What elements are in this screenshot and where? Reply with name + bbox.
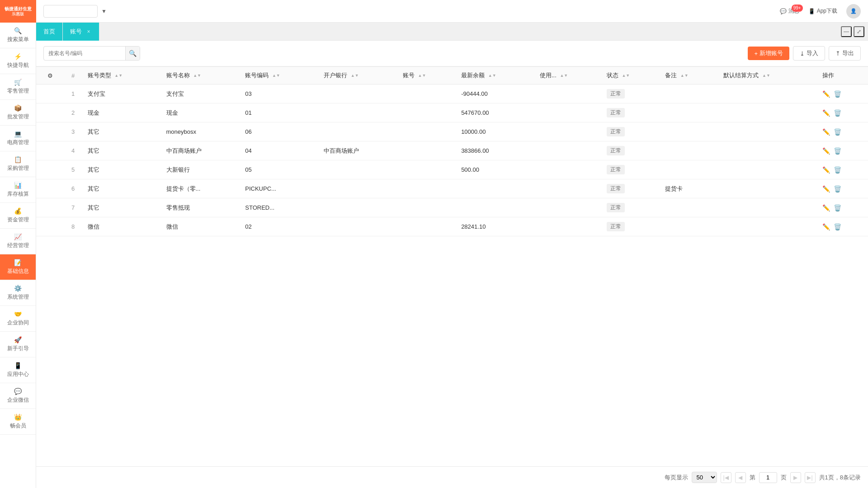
sidebar-item-app-center[interactable]: 📱应用中心 bbox=[0, 357, 36, 383]
row-remark-3 bbox=[660, 122, 718, 141]
delete-icon-8[interactable]: 🗑️ bbox=[834, 223, 841, 230]
sidebar-item-enterprise-agreement[interactable]: 🤝企业协同 bbox=[0, 306, 36, 332]
sidebar-item-beginner-guide[interactable]: 🚀新手引导 bbox=[0, 332, 36, 357]
sidebar-item-ecommerce-manage[interactable]: 💻电商管理 bbox=[0, 126, 36, 151]
col-bank[interactable]: 开户银行 ▲▼ bbox=[318, 67, 397, 84]
header-left: ▼ bbox=[43, 5, 107, 18]
row-usage-6 bbox=[534, 179, 601, 198]
delete-icon-7[interactable]: 🗑️ bbox=[834, 204, 841, 211]
col-settings[interactable]: ⚙ bbox=[36, 67, 64, 84]
row-settings-4 bbox=[36, 141, 64, 160]
row-code-7: STORED... bbox=[240, 198, 318, 217]
tab-close-icon[interactable]: × bbox=[85, 28, 92, 35]
row-type-1: 支付宝 bbox=[82, 84, 161, 103]
row-code-3: 06 bbox=[240, 122, 318, 141]
sidebar-item-purchase-manage[interactable]: 📋采购管理 bbox=[0, 151, 36, 177]
avatar[interactable]: 👤 bbox=[846, 4, 861, 19]
row-usage-3 bbox=[534, 122, 601, 141]
row-account-8 bbox=[397, 217, 456, 236]
sidebar-item-basic-info[interactable]: 📝基础信息 bbox=[0, 254, 36, 280]
table-row: 1 支付宝 支付宝 03 -90444.00 正常 ✏️ 🗑️ bbox=[36, 84, 868, 103]
sort-type-icon: ▲▼ bbox=[114, 74, 123, 78]
messages-button[interactable]: 💬 消息 99+ bbox=[780, 7, 799, 15]
row-action-5: ✏️ 🗑️ bbox=[817, 160, 868, 179]
edit-icon-6[interactable]: ✏️ bbox=[822, 185, 830, 192]
col-type[interactable]: 账号类型 ▲▼ bbox=[82, 67, 161, 84]
sort-name-icon: ▲▼ bbox=[193, 74, 201, 78]
edit-icon-3[interactable]: ✏️ bbox=[822, 128, 830, 136]
sidebar-item-system-manage[interactable]: ⚙️系统管理 bbox=[0, 280, 36, 306]
delete-icon-4[interactable]: 🗑️ bbox=[834, 147, 841, 155]
sidebar-item-quick-nav[interactable]: ⚡快捷导航 bbox=[0, 48, 36, 74]
import-button[interactable]: ⤓ 导入 bbox=[793, 46, 825, 61]
toolbar-right: + 新增账号 ⤓ 导入 ⤒ 导出 bbox=[748, 46, 861, 61]
page-input[interactable] bbox=[759, 472, 777, 483]
col-balance[interactable]: 最新余额 ▲▼ bbox=[456, 67, 534, 84]
col-action: 操作 bbox=[817, 67, 868, 84]
edit-icon-1[interactable]: ✏️ bbox=[822, 90, 830, 98]
search-button[interactable]: 🔍 bbox=[125, 46, 140, 61]
col-account[interactable]: 账号 ▲▼ bbox=[397, 67, 456, 84]
row-usage-8 bbox=[534, 217, 601, 236]
ecommerce-manage-icon: 💻 bbox=[14, 130, 22, 137]
col-usage[interactable]: 使用... ▲▼ bbox=[534, 67, 601, 84]
edit-icon-7[interactable]: ✏️ bbox=[822, 204, 830, 211]
row-settlement-4 bbox=[718, 141, 816, 160]
prev-page-button[interactable]: ◀ bbox=[735, 472, 746, 483]
sidebar-item-enterprise-wechat[interactable]: 💬企业微信 bbox=[0, 383, 36, 409]
col-name[interactable]: 账号名称 ▲▼ bbox=[161, 67, 240, 84]
sidebar-item-member[interactable]: 👑畅会员 bbox=[0, 409, 36, 435]
sort-remark-icon: ▲▼ bbox=[680, 74, 689, 78]
app-center-icon: 📱 bbox=[14, 362, 22, 369]
delete-icon-3[interactable]: 🗑️ bbox=[834, 128, 841, 136]
col-remark[interactable]: 备注 ▲▼ bbox=[660, 67, 718, 84]
tab-account[interactable]: 账号 × bbox=[63, 23, 99, 41]
search-input[interactable] bbox=[44, 50, 125, 56]
main-area: ▼ 💬 消息 99+ 📱 App下载 👤 首页 账号 × bbox=[36, 0, 868, 488]
add-account-button[interactable]: + 新增账号 bbox=[748, 47, 789, 60]
edit-icon-2[interactable]: ✏️ bbox=[822, 109, 830, 117]
delete-icon-5[interactable]: 🗑️ bbox=[834, 166, 841, 174]
page-label: 第 bbox=[750, 474, 755, 482]
sort-usage-icon: ▲▼ bbox=[560, 74, 568, 78]
row-num-5: 5 bbox=[64, 160, 82, 179]
row-balance-4: 383866.00 bbox=[456, 141, 534, 160]
tab-maximize-button[interactable]: ⤢ bbox=[854, 26, 864, 37]
header-dropdown[interactable]: ▼ bbox=[101, 8, 107, 14]
content-area: 🔍 + 新增账号 ⤓ 导入 ⤒ 导出 bbox=[36, 41, 868, 488]
tab-home[interactable]: 首页 bbox=[36, 23, 63, 41]
sidebar-item-wholesale-manage[interactable]: 📦批发管理 bbox=[0, 100, 36, 126]
first-page-button[interactable]: |◀ bbox=[721, 472, 731, 483]
delete-icon-1[interactable]: 🗑️ bbox=[834, 90, 841, 98]
edit-icon-4[interactable]: ✏️ bbox=[822, 147, 830, 155]
sidebar-label-operations-manage: 经营管理 bbox=[7, 242, 29, 249]
sidebar-item-inventory[interactable]: 📊库存核算 bbox=[0, 177, 36, 203]
app-sub: 乐惠版 bbox=[5, 12, 32, 17]
next-page-button[interactable]: ▶ bbox=[790, 472, 801, 483]
col-code[interactable]: 账号编码 ▲▼ bbox=[240, 67, 318, 84]
row-name-3: moneybosx bbox=[161, 122, 240, 141]
page-size-select[interactable]: 50 100 200 bbox=[692, 472, 717, 483]
row-name-5: 大新银行 bbox=[161, 160, 240, 179]
edit-icon-8[interactable]: ✏️ bbox=[822, 223, 830, 230]
sidebar-item-retail-manage[interactable]: 🛒零售管理 bbox=[0, 74, 36, 100]
sidebar-item-fund-manage[interactable]: 💰资金管理 bbox=[0, 203, 36, 229]
sidebar-item-operations-manage[interactable]: 📈经营管理 bbox=[0, 229, 36, 254]
basic-info-icon: 📝 bbox=[14, 259, 22, 266]
row-remark-8 bbox=[660, 217, 718, 236]
import-label: 导入 bbox=[807, 49, 818, 57]
col-settlement[interactable]: 默认结算方式 ▲▼ bbox=[718, 67, 816, 84]
row-bank-5 bbox=[318, 160, 397, 179]
export-button[interactable]: ⤒ 导出 bbox=[829, 46, 861, 61]
tab-minimize-button[interactable]: — bbox=[841, 26, 852, 37]
delete-icon-6[interactable]: 🗑️ bbox=[834, 185, 841, 192]
edit-icon-5[interactable]: ✏️ bbox=[822, 166, 830, 174]
app-download-button[interactable]: 📱 App下载 bbox=[808, 7, 837, 15]
header-search-input[interactable] bbox=[43, 5, 98, 18]
row-code-2: 01 bbox=[240, 103, 318, 122]
col-status[interactable]: 状态 ▲▼ bbox=[601, 67, 660, 84]
sidebar-item-search-menu[interactable]: 🔍搜索菜单 bbox=[0, 23, 36, 48]
row-code-4: 04 bbox=[240, 141, 318, 160]
last-page-button[interactable]: ▶| bbox=[805, 472, 816, 483]
delete-icon-2[interactable]: 🗑️ bbox=[834, 109, 841, 117]
